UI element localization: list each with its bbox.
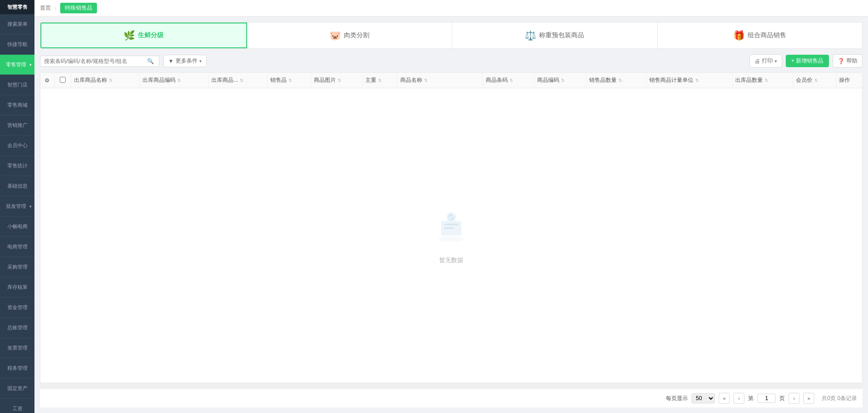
sidebar-item-wages[interactable]: 工资 <box>0 399 34 413</box>
prev-page-button[interactable]: ‹ <box>733 393 744 404</box>
add-sales-item-button[interactable]: + 新增销售品 <box>786 55 829 67</box>
page-size-select[interactable]: 20 50 100 200 <box>692 393 715 403</box>
select-all-checkbox[interactable] <box>60 77 66 83</box>
sidebar-item-wholesale-mgmt[interactable]: 批发管理 ▾ <box>0 196 34 217</box>
sidebar-item-basic-info[interactable]: 基础信息 <box>0 176 34 196</box>
breadcrumb-home[interactable]: 首页 <box>40 4 51 12</box>
page-input[interactable] <box>757 394 776 403</box>
search-input[interactable] <box>44 58 145 64</box>
svg-point-0 <box>438 236 464 242</box>
sidebar-item-label: 零售管理 <box>3 61 29 68</box>
filter-button[interactable]: ▼ 更多条件 ▾ <box>163 55 207 67</box>
tab-combo-sales-label: 组合商品销售 <box>748 31 786 40</box>
col-sales-qty[interactable]: 销售品数量 ⇅ <box>586 73 647 88</box>
topbar: 首页 › 特殊销售品 <box>34 0 868 17</box>
chevron-down-icon: ▾ <box>29 204 32 209</box>
col-operation: 操作 <box>836 73 862 88</box>
tab-meat-split[interactable]: 🐷 肉类分割 <box>247 23 453 48</box>
col-barcode[interactable]: 商品条码 ⇅ <box>482 73 534 88</box>
col-goods-img[interactable]: 商品图片 ⇅ <box>311 73 363 88</box>
col-settings[interactable]: ⚙ <box>40 73 54 88</box>
sidebar-item-label: 发票管理 <box>7 344 28 351</box>
tab-weight-pack[interactable]: ⚖️ 称重预包装商品 <box>452 23 658 48</box>
sidebar-item-label: 资金管理 <box>7 304 28 311</box>
sort-arrows-icon: ⇅ <box>695 78 699 83</box>
search-box: 🔍 <box>40 56 159 67</box>
col-out-goods-code[interactable]: 出库商品编码 ⇅ <box>140 73 209 88</box>
tab-combo-sales[interactable]: 🎁 组合商品销售 <box>658 23 862 48</box>
sidebar-item-label: 工资 <box>12 405 23 412</box>
sidebar-item-smart-store[interactable]: 智慧门店 <box>0 75 34 95</box>
help-button[interactable]: ❓ 帮助 <box>833 54 862 68</box>
sort-arrows-icon: ⇅ <box>510 78 513 83</box>
tab-fresh-grade[interactable]: 🌿 生鲜分级 <box>40 23 247 48</box>
tab-meat-split-label: 肉类分割 <box>344 31 369 40</box>
sidebar-item-ecom-mgmt[interactable]: 电商管理 <box>0 237 34 257</box>
sort-arrows-icon: ⇅ <box>618 78 622 83</box>
breadcrumb-separator: › <box>55 5 57 11</box>
sort-arrows-icon: ⇅ <box>289 78 292 83</box>
sidebar: 智慧零售 搜索菜单 快捷导航 零售管理 ▾ 智慧门店 零售商城 营销推广 会员中… <box>0 0 34 413</box>
empty-svg <box>433 207 470 244</box>
sidebar-item-retail-mgmt[interactable]: 零售管理 ▾ <box>0 55 34 75</box>
settings-icon[interactable]: ⚙ <box>45 77 50 84</box>
col-out-goods-x[interactable]: 出库商品... ⇅ <box>209 73 267 88</box>
col-member-price[interactable]: 会员价 ⇅ <box>793 73 836 88</box>
sidebar-item-label: 小畅电商 <box>7 223 28 230</box>
sidebar-item-quick-nav[interactable]: 快捷导航 <box>0 34 34 55</box>
sort-arrows-icon: ⇅ <box>561 78 565 83</box>
meat-split-icon: 🐷 <box>329 30 341 41</box>
sidebar-item-retail-stats[interactable]: 零售统计 <box>0 156 34 176</box>
search-icon[interactable]: 🔍 <box>147 58 154 64</box>
fresh-grade-icon: 🌿 <box>124 30 135 41</box>
sidebar-item-label: 营销推广 <box>7 122 28 129</box>
sidebar-item-fixed-assets[interactable]: 固定资产 <box>0 379 34 399</box>
toolbar: 🔍 ▼ 更多条件 ▾ 🖨 打印 ▾ + 新增销售品 ❓ 帮助 <box>40 54 862 68</box>
col-checkbox[interactable] <box>54 73 71 88</box>
data-table: ⚙ 出库商品名称 ⇅ 出库商 <box>40 73 862 88</box>
sidebar-item-invoice-mgmt[interactable]: 发票管理 <box>0 338 34 358</box>
help-label: 帮助 <box>846 57 857 65</box>
sidebar-item-mini-ecom[interactable]: 小畅电商 <box>0 217 34 237</box>
sort-arrows-icon: ⇅ <box>177 78 181 83</box>
sidebar-item-search-menu[interactable]: 搜索菜单 <box>0 14 34 34</box>
col-out-qty[interactable]: 出库品数量 ⇅ <box>732 73 793 88</box>
svg-rect-3 <box>444 227 454 229</box>
sidebar-item-tax-mgmt[interactable]: 税务管理 <box>0 358 34 379</box>
sidebar-item-fund-mgmt[interactable]: 资金管理 <box>0 298 34 318</box>
sidebar-item-inventory[interactable]: 库存核算 <box>0 277 34 298</box>
svg-rect-2 <box>444 224 459 225</box>
sidebar-item-member-center[interactable]: 会员中心 <box>0 136 34 156</box>
page-unit: 页 <box>779 395 785 402</box>
sort-arrows-icon: ⇅ <box>240 78 244 83</box>
sidebar-item-label: 库存核算 <box>7 284 28 291</box>
weight-pack-icon: ⚖️ <box>525 30 536 41</box>
print-button[interactable]: 🖨 打印 ▾ <box>749 54 782 68</box>
tab-weight-pack-label: 称重预包装商品 <box>539 31 584 40</box>
col-goods-name[interactable]: 商品名称 ⇅ <box>397 73 482 88</box>
sidebar-item-marketing[interactable]: 营销推广 <box>0 115 34 136</box>
col-out-goods-name[interactable]: 出库商品名称 ⇅ <box>71 73 140 88</box>
first-page-button[interactable]: « <box>719 393 730 404</box>
empty-text: 暂无数据 <box>439 256 463 264</box>
sidebar-item-label: 智慧门店 <box>7 81 28 88</box>
next-page-button[interactable]: › <box>789 393 800 404</box>
col-sales-unit[interactable]: 销售商品计量单位 ⇅ <box>647 73 732 88</box>
horizontal-scrollbar[interactable] <box>40 383 862 389</box>
tab-row: 🌿 生鲜分级 🐷 肉类分割 ⚖️ 称重预包装商品 🎁 组合商品销售 <box>40 22 862 49</box>
col-main-weight[interactable]: 主重 ⇅ <box>363 73 397 88</box>
sidebar-item-ledger-mgmt[interactable]: 总账管理 <box>0 318 34 338</box>
filter-icon: ▼ <box>168 58 174 64</box>
sidebar-item-retail-mall[interactable]: 零售商城 <box>0 95 34 115</box>
col-goods-code[interactable]: 商品编码 ⇅ <box>534 73 586 88</box>
sidebar-item-purchase-mgmt[interactable]: 采购管理 <box>0 257 34 277</box>
chevron-down-icon: ▾ <box>199 59 202 63</box>
sidebar-item-label: 电商管理 <box>7 243 28 250</box>
app-logo: 智慧零售 <box>0 0 34 14</box>
sidebar-item-label: 税务管理 <box>7 365 28 372</box>
main-area: 首页 › 特殊销售品 🌿 生鲜分级 🐷 肉类分割 ⚖️ 称重预包装商品 🎁 组合… <box>34 0 868 413</box>
last-page-button[interactable]: » <box>803 393 814 404</box>
help-icon: ❓ <box>838 58 845 64</box>
col-sales-goods[interactable]: 销售品 ⇅ <box>267 73 311 88</box>
sidebar-item-label: 会员中心 <box>7 142 28 149</box>
